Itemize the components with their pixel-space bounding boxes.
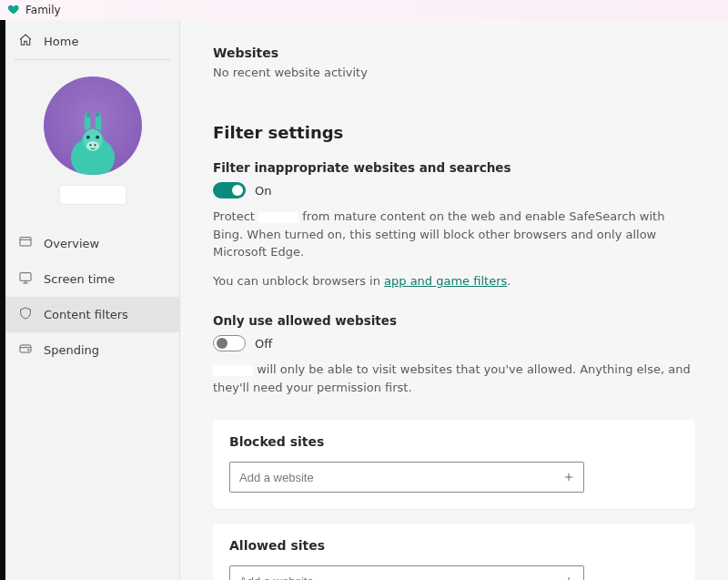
setting-description: will only be able to visit websites that… bbox=[213, 361, 695, 396]
toggle-state-text: Off bbox=[255, 337, 272, 351]
card-title: Allowed sites bbox=[229, 538, 679, 553]
toggle-row: On bbox=[213, 182, 695, 198]
svg-rect-7 bbox=[20, 238, 31, 246]
websites-empty-text: No recent website activity bbox=[213, 66, 695, 79]
shield-icon bbox=[18, 306, 33, 323]
home-icon bbox=[18, 33, 33, 50]
avatar[interactable] bbox=[44, 76, 142, 175]
add-allowed-site-button[interactable] bbox=[561, 573, 577, 580]
svg-point-10 bbox=[28, 350, 30, 351]
svg-rect-9 bbox=[20, 345, 31, 352]
desc-text: Protect bbox=[213, 209, 258, 223]
sidebar-item-label: Spending bbox=[44, 343, 99, 357]
shell: Home bbox=[0, 20, 728, 580]
toggle-filter-inappropriate[interactable] bbox=[213, 182, 246, 198]
add-blocked-site-button[interactable] bbox=[561, 469, 577, 485]
setting-description: Protect from mature content on the web a… bbox=[213, 208, 695, 261]
unblock-suffix: . bbox=[507, 274, 511, 288]
toggle-state-text: On bbox=[255, 184, 271, 198]
websites-section-title: Websites bbox=[213, 46, 695, 60]
blocked-sites-card: Blocked sites bbox=[213, 420, 695, 509]
plus-icon bbox=[562, 575, 575, 580]
sidebar-item-label: Content filters bbox=[44, 308, 128, 321]
home-label: Home bbox=[44, 35, 78, 48]
llama-avatar-icon bbox=[54, 97, 132, 175]
sidebar-item-screen-time[interactable]: Screen time bbox=[5, 261, 179, 297]
svg-point-4 bbox=[96, 136, 99, 139]
redacted-name bbox=[213, 365, 253, 376]
allowed-site-input-wrap bbox=[229, 565, 584, 580]
filter-settings-heading: Filter settings bbox=[213, 123, 695, 142]
overview-icon bbox=[18, 235, 33, 252]
titlebar: Family bbox=[0, 0, 728, 20]
svg-point-6 bbox=[94, 144, 96, 146]
setting-label: Filter inappropriate websites and search… bbox=[213, 160, 695, 175]
sidebar-item-overview[interactable]: Overview bbox=[5, 226, 179, 261]
sidebar-item-content-filters[interactable]: Content filters bbox=[5, 297, 179, 332]
toggle-only-allowed[interactable] bbox=[213, 335, 246, 351]
sidebar-item-spending[interactable]: Spending bbox=[5, 332, 179, 368]
profile-block bbox=[5, 76, 179, 204]
sidebar-item-label: Overview bbox=[44, 237, 99, 250]
toggle-row: Off bbox=[213, 335, 695, 351]
svg-point-5 bbox=[89, 144, 91, 146]
allowed-sites-card: Allowed sites bbox=[213, 524, 695, 580]
unblock-prefix: You can unblock browsers in bbox=[213, 274, 384, 288]
blocked-site-input[interactable] bbox=[229, 462, 584, 493]
app-game-filters-link[interactable]: app and game filters bbox=[384, 274, 507, 288]
card-title: Blocked sites bbox=[229, 434, 679, 449]
redacted-name bbox=[258, 212, 298, 223]
blocked-site-input-wrap bbox=[229, 462, 584, 493]
family-app-icon bbox=[7, 3, 20, 18]
screen-time-icon bbox=[18, 270, 33, 288]
plus-icon bbox=[562, 471, 575, 483]
main-content: Websites No recent website activity Filt… bbox=[180, 20, 728, 580]
desc-text: will only be able to visit websites that… bbox=[213, 362, 691, 394]
spending-icon bbox=[18, 341, 33, 359]
sidebar-divider bbox=[15, 59, 170, 60]
setting-only-allowed: Only use allowed websites Off will only … bbox=[213, 313, 695, 396]
titlebar-app-name: Family bbox=[25, 4, 61, 16]
setting-label: Only use allowed websites bbox=[213, 313, 695, 328]
svg-point-3 bbox=[86, 136, 89, 139]
sidebar-item-label: Screen time bbox=[44, 272, 115, 286]
sidebar-nav: Overview Screen time Content filters Spe… bbox=[5, 226, 179, 368]
sidebar: Home bbox=[5, 20, 180, 580]
svg-rect-8 bbox=[20, 273, 31, 281]
home-button[interactable]: Home bbox=[5, 25, 179, 59]
unblock-line: You can unblock browsers in app and game… bbox=[213, 272, 695, 290]
profile-name-chip[interactable] bbox=[60, 186, 126, 204]
allowed-site-input[interactable] bbox=[229, 565, 584, 580]
setting-filter-inappropriate: Filter inappropriate websites and search… bbox=[213, 160, 695, 290]
